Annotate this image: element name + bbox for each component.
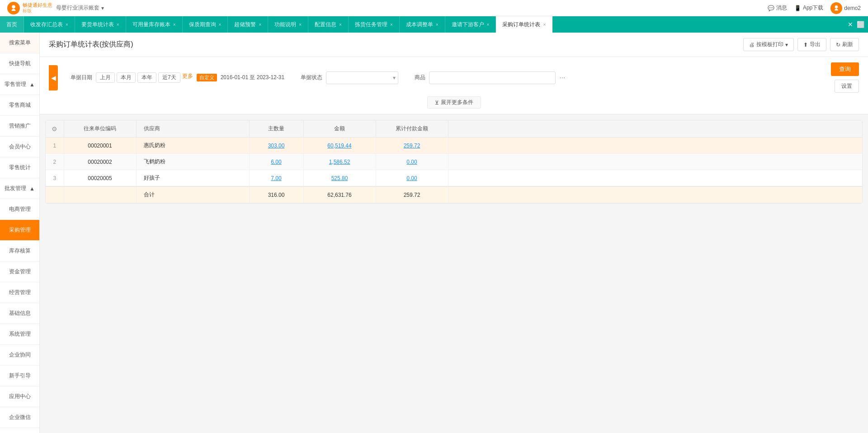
print-btn[interactable]: 🖨 按模板打印 ▾	[743, 38, 794, 51]
message-btn[interactable]: 💬 消息	[768, 4, 787, 12]
sidebar-item-marketing[interactable]: 营销推广	[0, 116, 39, 137]
sidebar-item-wechat[interactable]: 企业微信	[0, 407, 39, 428]
close-icon[interactable]: ×	[390, 22, 393, 27]
user-avatar[interactable]: demo2	[830, 2, 861, 14]
tab-shoufacun[interactable]: 收发存汇总表 ×	[24, 16, 75, 33]
sidebar-label: 新手引导	[9, 372, 31, 380]
tab-keyongliang[interactable]: 可用量库存账本 ×	[126, 16, 183, 33]
tab-label: 采购订单统计表	[502, 21, 540, 29]
tab-label: 保质期查询	[189, 21, 216, 29]
cell-paid: 0.00	[376, 170, 448, 187]
column-settings-icon[interactable]: ⚙	[52, 125, 57, 133]
close-icon[interactable]: ×	[487, 22, 490, 27]
logo-text: 畅捷通好生意 标版	[23, 2, 52, 14]
close-icon[interactable]: ×	[436, 22, 439, 27]
toggle-arrow[interactable]: ◀	[49, 65, 58, 90]
sidebar-item-inventory[interactable]: 库存核算	[0, 241, 39, 262]
query-btn[interactable]: 查询	[831, 62, 859, 76]
cell-supplier: 好孩子	[136, 170, 249, 187]
footer-label: 合计	[136, 186, 249, 203]
close-icon[interactable]: ×	[219, 22, 222, 27]
export-btn[interactable]: ⬆ 导出	[797, 38, 826, 51]
tab-caigou[interactable]: 采购订单统计表 ×	[496, 16, 552, 33]
date-more-btn[interactable]: 更多	[182, 72, 193, 83]
breadcrumb[interactable]: 母婴行业演示账套 ▾	[56, 4, 104, 12]
close-icon[interactable]: ×	[66, 22, 68, 27]
sidebar-item-quicknav[interactable]: 快捷导航	[0, 53, 39, 74]
sidebar-item-retail-stats[interactable]: 零售统计	[0, 157, 39, 178]
sidebar-item-purchase[interactable]: 采购管理	[0, 220, 39, 241]
sidebar-item-ecommerce[interactable]: 电商管理	[0, 199, 39, 220]
settings-btn[interactable]: 设置	[835, 80, 859, 93]
th-qty: 主数量	[249, 120, 303, 138]
app-label: App下载	[803, 4, 823, 12]
status-select[interactable]	[326, 71, 398, 84]
sidebar-item-members[interactable]: 会员中心	[0, 137, 39, 157]
sidebar-label: 快捷导航	[9, 60, 31, 67]
app-download-btn[interactable]: 📱 App下载	[794, 4, 823, 12]
sidebar-item-appstore[interactable]: 应用中心	[0, 386, 39, 407]
date-btn-lastmonth[interactable]: 上月	[96, 72, 115, 83]
close-icon[interactable]: ×	[543, 22, 546, 27]
refresh-btn[interactable]: ↻ 刷新	[830, 38, 859, 51]
more-options-btn[interactable]: ···	[559, 74, 565, 82]
cell-empty	[448, 154, 862, 170]
tab-baozhi[interactable]: 保质期查询 ×	[183, 16, 228, 33]
print-label: 按模板打印	[756, 41, 783, 48]
filter-more-row: ⊻ 展开更多条件	[49, 96, 859, 109]
footer-empty-code	[64, 186, 136, 203]
date-btn-thismonth[interactable]: 本月	[117, 72, 136, 83]
close-icon[interactable]: ×	[259, 22, 261, 27]
sidebar-label: 经营管理	[9, 289, 31, 296]
close-icon[interactable]: ×	[117, 22, 119, 27]
table-row[interactable]: 3 00020005 好孩子 7.00 525.80 0.00	[46, 170, 862, 187]
cell-code: 00020005	[64, 170, 136, 187]
th-amount: 金额	[303, 120, 376, 138]
sidebar-item-system[interactable]: 系统管理	[0, 324, 39, 345]
tab-chengben[interactable]: 成本调整单 ×	[400, 16, 445, 33]
sidebar-item-search[interactable]: 搜索菜单	[0, 33, 39, 53]
tab-home[interactable]: 首页	[0, 16, 24, 33]
cell-qty: 6.00	[249, 154, 303, 170]
date-btn-7days[interactable]: 近7天	[158, 72, 180, 83]
avatar-circle	[830, 2, 842, 14]
cell-code: 00020002	[64, 154, 136, 170]
close-icon[interactable]: ×	[339, 22, 342, 27]
footer-empty-settings	[46, 186, 64, 203]
tab-yaohuo[interactable]: 要货单统计表 ×	[75, 16, 126, 33]
refresh-label: 刷新	[842, 41, 853, 48]
tab-jianhuo[interactable]: 拣货任务管理 ×	[349, 16, 400, 33]
top-bar: 畅捷通好生意 标版 母婴行业演示账套 ▾ 💬 消息 📱 App下载 demo2	[0, 0, 868, 16]
close-icon[interactable]: ×	[173, 22, 176, 27]
sidebar-item-vip[interactable]: 畅会员	[0, 428, 39, 433]
tab-peizhi[interactable]: 配置信息 ×	[308, 16, 349, 33]
table-row[interactable]: 1 00020001 惠氏奶粉 303.00 60,519.44 259.72	[46, 138, 862, 154]
th-empty	[448, 120, 862, 138]
expand-conditions-btn[interactable]: ⊻ 展开更多条件	[427, 96, 481, 109]
sidebar-item-retail-mgmt[interactable]: 零售管理 ▲	[0, 74, 39, 95]
sidebar-item-operations[interactable]: 经营管理	[0, 282, 39, 303]
sidebar-item-collab[interactable]: 企业协同	[0, 345, 39, 366]
top-bar-right: 💬 消息 📱 App下载 demo2	[768, 2, 861, 14]
sidebar-item-guide[interactable]: 新手引导	[0, 366, 39, 386]
svg-point-1	[835, 5, 838, 9]
date-btn-thisyear[interactable]: 本年	[137, 72, 156, 83]
cell-amount: 60,519.44	[303, 138, 376, 154]
sidebar-item-wholesale[interactable]: 批发管理 ▲	[0, 178, 39, 199]
close-tab-btn[interactable]: ✕	[848, 21, 853, 28]
close-icon[interactable]: ×	[299, 22, 302, 27]
tab-gongneng[interactable]: 功能说明 ×	[268, 16, 308, 33]
data-table-wrap: ⚙ 往来单位编码 供应商 主数量 金额 累计付款金额 1 00020001 惠氏…	[45, 120, 863, 204]
custom-badge: 自定义	[197, 74, 217, 81]
sidebar-label: 搜索菜单	[9, 39, 31, 47]
page-title: 采购订单统计表(按供应商)	[49, 40, 133, 55]
maximize-btn[interactable]: ⬜	[857, 21, 864, 28]
cell-amount: 525.80	[303, 170, 376, 187]
goods-input[interactable]	[429, 71, 556, 84]
sidebar-item-retail-store[interactable]: 零售商城	[0, 95, 39, 116]
tab-chaochuyujing[interactable]: 超储预警 ×	[228, 16, 268, 33]
table-row[interactable]: 2 00020002 飞鹤奶粉 6.00 1,586.52 0.00	[46, 154, 862, 170]
sidebar-item-basics[interactable]: 基础信息	[0, 303, 39, 324]
tab-yaoqing[interactable]: 邀请下游客户 ×	[445, 16, 496, 33]
sidebar-item-finance[interactable]: 资金管理	[0, 262, 39, 282]
